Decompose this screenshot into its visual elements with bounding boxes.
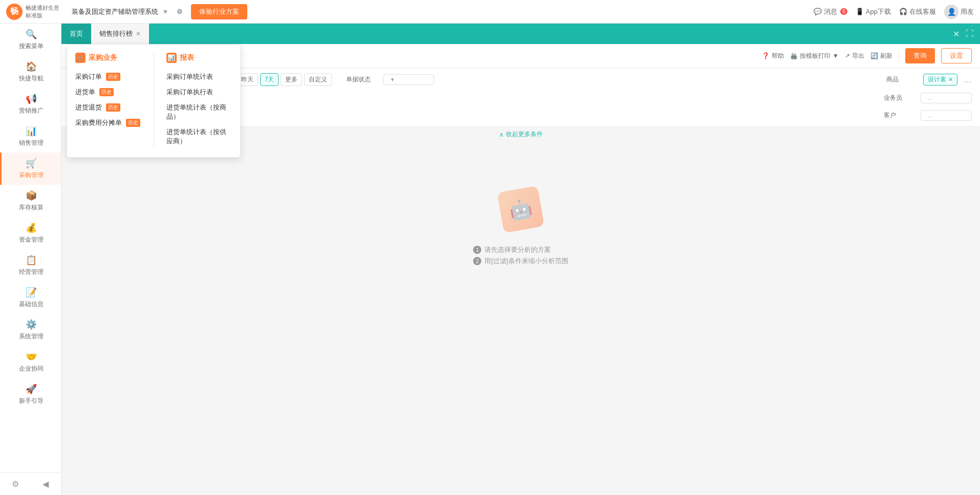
user-avatar: 👤 bbox=[944, 5, 958, 19]
dropdown-purchase-col: 🛒 采购业务 采购订单 历史 进货单 历史 进货退货 历史 采购费用分摊单 历史 bbox=[75, 53, 141, 149]
history-badge-3: 历史 bbox=[106, 103, 120, 112]
logo-text: 畅捷通好生意 标准版 bbox=[26, 4, 59, 19]
search-icon: 🔍 bbox=[26, 29, 37, 40]
dropdown-item-expense[interactable]: 采购费用分摊单 历史 bbox=[75, 115, 141, 131]
sidebar-item-system[interactable]: ⚙️ 系统管理 bbox=[0, 314, 61, 346]
tab-bar: 首页 销售排行榜 ✕ ✕ ⛶ bbox=[61, 24, 980, 44]
dropdown-item-inbound-supplier[interactable]: 进货单统计表（按供应商） bbox=[166, 124, 232, 149]
system-icon: ⚙️ bbox=[26, 319, 37, 330]
enterprise-icon: 🤝 bbox=[26, 351, 37, 362]
dropdown-item-inbound[interactable]: 进货单 历史 bbox=[75, 84, 141, 100]
tab-close-icon[interactable]: ✕ bbox=[136, 30, 141, 37]
tab-expand-icon[interactable]: ⛶ bbox=[964, 27, 976, 40]
home-icon: 🏠 bbox=[26, 61, 37, 72]
system-settings-btn[interactable]: ⚙ bbox=[173, 5, 187, 19]
sidebar-item-purchase[interactable]: 🛒 采购管理 bbox=[0, 153, 61, 185]
history-badge-1: 历史 bbox=[106, 73, 120, 81]
message-icon: 💬 bbox=[814, 8, 822, 15]
system-dropdown-arrow[interactable]: ▼ bbox=[162, 8, 168, 15]
message-btn[interactable]: 💬 消息 6 bbox=[814, 7, 847, 16]
header-middle: 装备及固定资产辅助管理系统 ▼ ⚙ 体验行业方案 bbox=[68, 4, 814, 19]
dropdown-item-inbound-goods[interactable]: 进货单统计表（按商品） bbox=[166, 100, 232, 124]
dropdown-report-col: 📊 报表 采购订单统计表 采购订单执行表 进货单统计表（按商品） 进货单统计表（… bbox=[166, 53, 232, 149]
trial-button[interactable]: 体验行业方案 bbox=[191, 4, 247, 19]
finance-icon: 💰 bbox=[26, 222, 37, 233]
tab-close-all-icon[interactable]: ✕ bbox=[951, 27, 962, 41]
sidebar-item-marketing[interactable]: 📢 营销推广 bbox=[0, 88, 61, 120]
dropdown-divider bbox=[154, 53, 154, 149]
sidebar-item-quick-nav[interactable]: 🏠 快捷导航 bbox=[0, 56, 61, 88]
sidebar-item-operations[interactable]: 📋 经营管理 bbox=[0, 249, 61, 282]
sidebar-settings-btn[interactable]: ⚙ bbox=[0, 477, 31, 491]
tab-home[interactable]: 首页 bbox=[61, 24, 91, 44]
sidebar-item-inventory[interactable]: 📦 库存核算 bbox=[0, 185, 61, 217]
user-btn[interactable]: 👤 用友 bbox=[944, 5, 974, 19]
sidebar-item-search[interactable]: 🔍 搜索菜单 bbox=[0, 24, 61, 56]
sidebar-item-sales[interactable]: 📊 销售管理 bbox=[0, 120, 61, 153]
dropdown-overlay[interactable]: 🛒 采购业务 采购订单 历史 进货单 历史 进货退货 历史 采购费用分摊单 历史 bbox=[61, 44, 980, 495]
sidebar-item-basic[interactable]: 📝 基础信息 bbox=[0, 282, 61, 314]
sidebar-collapse-btn[interactable]: ◀ bbox=[31, 477, 61, 491]
top-header: 畅 畅捷通好生意 标准版 装备及固定资产辅助管理系统 ▼ ⚙ 体验行业方案 💬 … bbox=[0, 0, 980, 24]
dropdown-menu: 🛒 采购业务 采购订单 历史 进货单 历史 进货退货 历史 采购费用分摊单 历史 bbox=[67, 44, 241, 158]
sidebar-item-enterprise[interactable]: 🤝 企业协同 bbox=[0, 346, 61, 378]
report-col-title: 📊 报表 bbox=[166, 53, 232, 63]
sidebar-bottom: ⚙ ◀ bbox=[0, 472, 61, 495]
report-col-icon: 📊 bbox=[166, 53, 177, 63]
marketing-icon: 📢 bbox=[26, 93, 37, 104]
purchase-col-icon: 🛒 bbox=[75, 53, 86, 63]
basic-icon: 📝 bbox=[26, 287, 37, 298]
tab-bar-right: ✕ ⛶ bbox=[951, 27, 980, 41]
dropdown-item-purchase-order[interactable]: 采购订单 历史 bbox=[75, 69, 141, 84]
phone-icon: 📱 bbox=[856, 8, 864, 15]
logo-area: 畅 畅捷通好生意 标准版 bbox=[6, 4, 68, 20]
online-service-btn[interactable]: 🎧 在线客服 bbox=[899, 7, 936, 16]
history-badge-2: 历史 bbox=[99, 88, 114, 96]
operations-icon: 📋 bbox=[26, 254, 37, 266]
sidebar-item-guide[interactable]: 🚀 新手引导 bbox=[0, 378, 61, 411]
purchase-col-title: 🛒 采购业务 bbox=[75, 53, 141, 63]
purchase-icon: 🛒 bbox=[26, 158, 37, 169]
system-title: 装备及固定资产辅助管理系统 bbox=[72, 7, 158, 16]
dropdown-item-return[interactable]: 进货退货 历史 bbox=[75, 100, 141, 115]
inventory-icon: 📦 bbox=[26, 190, 37, 201]
dropdown-item-order-exec[interactable]: 采购订单执行表 bbox=[166, 84, 232, 100]
logo-icon: 畅 bbox=[6, 4, 23, 20]
headset-icon: 🎧 bbox=[899, 8, 907, 15]
header-right: 💬 消息 6 📱 App下载 🎧 在线客服 👤 用友 bbox=[814, 5, 974, 19]
guide-icon: 🚀 bbox=[26, 383, 37, 395]
sidebar: 🔍 搜索菜单 🏠 快捷导航 📢 营销推广 📊 销售管理 🛒 采购管理 📦 库存核… bbox=[0, 24, 61, 495]
sales-icon: 📊 bbox=[26, 125, 37, 137]
sidebar-item-finance[interactable]: 💰 资金管理 bbox=[0, 217, 61, 249]
dropdown-item-order-stats[interactable]: 采购订单统计表 bbox=[166, 69, 232, 84]
app-download-btn[interactable]: 📱 App下载 bbox=[856, 7, 891, 16]
tab-sales-ranking[interactable]: 销售排行榜 ✕ bbox=[91, 24, 149, 44]
history-badge-4: 历史 bbox=[126, 119, 140, 127]
message-badge: 6 bbox=[840, 8, 847, 15]
